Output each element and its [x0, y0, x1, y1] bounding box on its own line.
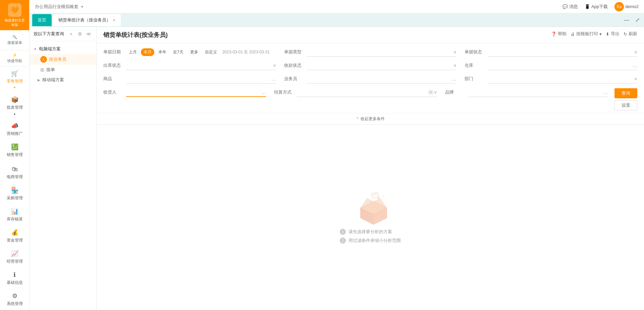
- settlement-label: 结算方式: [274, 89, 294, 95]
- product-dots[interactable]: …: [271, 76, 276, 82]
- sidebar-item-operation[interactable]: 📈 经营管理: [0, 247, 29, 268]
- filter-row-2: 出库状态 ∨ 收款状态 ∨: [103, 61, 637, 70]
- wholesale-label: 批发管理: [7, 105, 23, 110]
- doc-type-label: 单据类型: [284, 49, 304, 55]
- this-year-btn[interactable]: 本年: [156, 48, 169, 56]
- dept-input[interactable]: ∨: [487, 74, 637, 84]
- settings-button[interactable]: 设置: [614, 100, 637, 110]
- refresh-icon: ↻: [624, 32, 627, 37]
- quick-nav-label: 快捷导航: [7, 58, 22, 63]
- inventory-label: 库存核算: [7, 216, 23, 222]
- tab-minimize-button[interactable]: —: [623, 16, 631, 24]
- retail-icon: 🛒: [11, 70, 18, 77]
- empty-tips: 1 请先选择要分析的方案 2 用过滤条件来缩小分析范围: [340, 229, 401, 244]
- salesman-scheme-icon: 人: [40, 56, 47, 63]
- doc-status-label: 单据状态: [465, 49, 485, 55]
- active-tab-label: 销货单统计表（按业务员）: [58, 17, 111, 23]
- receipt-status-label: 收款状态: [284, 62, 304, 68]
- last7-btn[interactable]: 近7天: [170, 48, 186, 56]
- scheme-add-button[interactable]: +: [67, 30, 75, 38]
- sidebar-item-purchase[interactable]: 🏪 采购管理: [0, 183, 29, 204]
- brand-input[interactable]: …: [468, 88, 608, 97]
- settlement-arrow: ∨: [434, 90, 437, 95]
- empty-illustration: [354, 191, 387, 225]
- industry-dropdown-icon[interactable]: ▾: [81, 4, 83, 9]
- collapse-trigger[interactable]: ⌃ 收起更多条件: [97, 113, 644, 124]
- salesman-input[interactable]: …: [307, 74, 457, 84]
- data-area: 1 请先选择要分析的方案 2 用过滤条件来缩小分析范围: [97, 125, 644, 310]
- wholesale-icon: 📦: [11, 96, 18, 103]
- svg-point-6: [378, 197, 380, 199]
- refresh-button[interactable]: ↻ 刷新: [624, 31, 637, 37]
- export-button[interactable]: ⬇ 导出: [606, 31, 620, 37]
- tab-home[interactable]: 首页: [32, 14, 52, 26]
- finance-label: 资金管理: [7, 238, 23, 243]
- retail-label: 零售管理: [7, 79, 23, 84]
- query-button[interactable]: 查询: [614, 88, 637, 98]
- custom-date-btn[interactable]: 自定义: [202, 48, 220, 56]
- order-scheme-icon: ⊞: [40, 67, 44, 72]
- tab-close-button[interactable]: ×: [113, 17, 115, 23]
- group-mobile-label: 移动端方案: [42, 77, 64, 83]
- app-download-button[interactable]: 📱 App下载: [585, 4, 608, 10]
- empty-tip-1: 1 请先选择要分析的方案: [340, 229, 401, 235]
- sales-icon: 💹: [11, 143, 18, 151]
- print-button[interactable]: 🖨 按模板打印 ▾: [571, 31, 602, 37]
- marketing-label: 营销推广: [7, 131, 23, 137]
- scheme-item-by-salesman[interactable]: 人 按业务员: [30, 54, 96, 65]
- doc-status-input[interactable]: ∨: [487, 47, 637, 57]
- sidebar-item-basic[interactable]: ℹ 基础信息: [0, 268, 29, 289]
- receipt-status-input[interactable]: ∨: [307, 61, 457, 70]
- dept-arrow: ∨: [634, 76, 637, 81]
- message-button[interactable]: 💬 消息: [562, 4, 578, 10]
- scheme-group-mobile-header[interactable]: ▶ 移动端方案: [30, 75, 96, 85]
- warehouse-dots[interactable]: …: [633, 63, 637, 68]
- recipient-input[interactable]: …: [126, 88, 266, 97]
- tab-maximize-button[interactable]: ⤢: [633, 16, 641, 24]
- help-button[interactable]: ❓ 帮助: [551, 31, 567, 37]
- sidebar-item-retail[interactable]: 🛒 零售管理 ▾: [0, 66, 29, 93]
- system-icon: ⚙: [12, 292, 17, 300]
- help-icon: ❓: [551, 32, 556, 37]
- sidebar-item-finance[interactable]: 💰 资金管理: [0, 225, 29, 247]
- sidebar-item-sales[interactable]: 💹 销售管理: [0, 140, 29, 161]
- scheme-group-desktop-header[interactable]: ▼ 电脑端方案: [30, 44, 96, 54]
- basic-icon: ℹ: [13, 271, 16, 278]
- last-month-btn[interactable]: 上月: [126, 48, 140, 56]
- filter-salesman-field: 业务员 …: [284, 74, 457, 84]
- recipient-dots[interactable]: …: [261, 89, 266, 95]
- search-menu-button[interactable]: 🔍 搜索菜单: [1, 33, 28, 47]
- ecommerce-label: 电商管理: [7, 174, 23, 180]
- page-header-actions: ❓ 帮助 🖨 按模板打印 ▾ ⬇ 导出 ↻ 刷新: [551, 31, 637, 41]
- doc-type-input[interactable]: ∨: [307, 47, 457, 57]
- this-month-btn[interactable]: 本月: [141, 48, 154, 56]
- quick-nav-button[interactable]: ⚡ 快捷导航: [0, 50, 29, 66]
- sidebar-item-inventory[interactable]: 📊 库存核算: [0, 204, 29, 225]
- warehouse-input[interactable]: …: [487, 61, 637, 70]
- out-status-input[interactable]: ∨: [126, 61, 276, 70]
- more-date-btn[interactable]: 更多: [187, 48, 201, 56]
- sidebar-item-system[interactable]: ⚙ 系统管理: [0, 289, 29, 310]
- scheme-tree: ▼ 电脑端方案 人 按业务员 ⊞ 按单 ▶ 移动端方案: [30, 41, 96, 310]
- logo-icon: 🧡: [8, 3, 21, 17]
- product-input[interactable]: …: [126, 74, 276, 84]
- system-label: 系统管理: [7, 301, 23, 307]
- sidebar-item-wholesale[interactable]: 📦 批发管理 ▴: [0, 93, 29, 119]
- marketing-icon: 📣: [11, 122, 18, 130]
- scheme-item-by-order[interactable]: ⊞ 按单: [30, 65, 96, 75]
- svg-point-8: [383, 196, 384, 197]
- settlement-x-button[interactable]: ×: [430, 90, 432, 95]
- sidebar-item-ecommerce[interactable]: 🛍 电商管理: [0, 162, 29, 183]
- tab-sales-stat[interactable]: 销货单统计表（按业务员） ×: [53, 14, 121, 26]
- print-icon: 🖨: [571, 32, 575, 37]
- salesman-dots[interactable]: …: [452, 76, 457, 82]
- scheme-settings-button[interactable]: ⚙: [76, 30, 84, 38]
- sidebar-item-marketing[interactable]: 📣 营销推广: [0, 119, 29, 140]
- user-profile[interactable]: Ea demo2: [614, 2, 639, 11]
- scheme-group-desktop: ▼ 电脑端方案 人 按业务员 ⊞ 按单: [30, 44, 96, 75]
- page-content: 按以下方案查询 + ⚙ ≪ ▼ 电脑端方案 人 按业务员: [30, 27, 644, 310]
- settlement-input[interactable]: × ∨: [297, 88, 437, 97]
- tip-text-2: 用过滤条件来缩小分析范围: [348, 238, 401, 244]
- brand-dots[interactable]: …: [603, 90, 608, 95]
- scheme-collapse-button[interactable]: ≪: [85, 30, 92, 38]
